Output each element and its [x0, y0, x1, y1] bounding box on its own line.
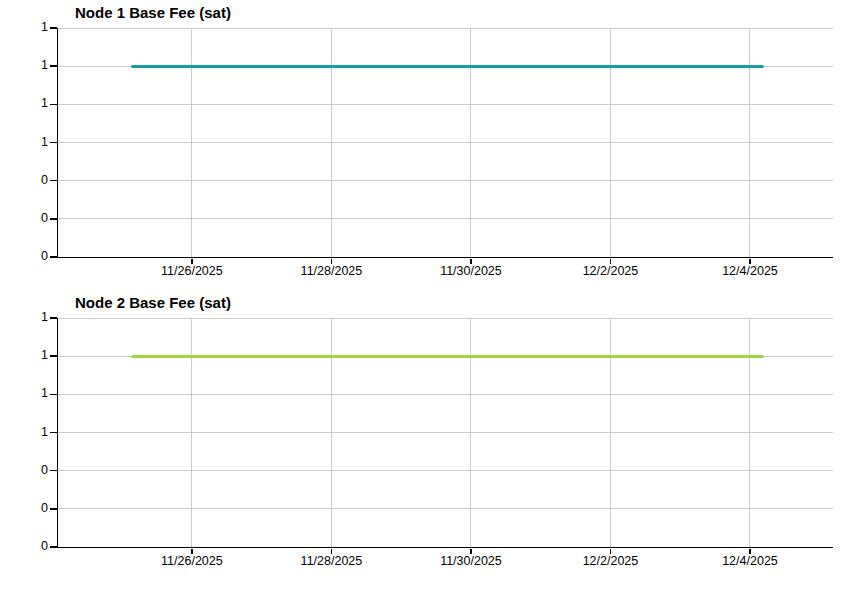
y-tick-mark	[50, 104, 57, 106]
y-tick-mark	[50, 27, 57, 29]
x-gridline	[191, 318, 192, 547]
y-tick-mark	[50, 432, 57, 434]
chart-node-2-base-fee: Node 2 Base Fee (sat) 111100011/26/20251…	[0, 290, 860, 575]
y-tick-label: 1	[8, 386, 48, 401]
y-gridline	[58, 470, 833, 471]
x-gridline	[470, 318, 471, 547]
x-gridline	[749, 28, 750, 257]
y-gridline	[58, 104, 833, 105]
y-tick-label: 0	[8, 211, 48, 226]
y-tick-label: 0	[8, 173, 48, 188]
y-tick-label: 0	[8, 539, 48, 554]
y-tick-label: 0	[8, 463, 48, 478]
y-gridline	[58, 547, 833, 548]
y-tick-mark	[50, 317, 57, 319]
y-tick-label: 0	[8, 501, 48, 516]
x-tick-label: 12/4/2025	[700, 554, 800, 569]
y-tick-mark	[50, 355, 57, 357]
x-gridline	[749, 318, 750, 547]
x-tick-mark	[610, 549, 612, 554]
x-tick-mark	[191, 259, 193, 264]
y-gridline	[58, 318, 833, 319]
y-gridline	[58, 432, 833, 433]
x-tick-mark	[331, 259, 333, 264]
x-tick-label: 12/2/2025	[560, 264, 660, 279]
x-gridline	[610, 318, 611, 547]
x-tick-mark	[749, 549, 751, 554]
y-tick-mark	[50, 218, 57, 220]
y-tick-label: 1	[8, 348, 48, 363]
y-tick-mark	[50, 394, 57, 396]
chart-title: Node 1 Base Fee (sat)	[75, 4, 231, 21]
series-line-node-2-base-fee	[131, 355, 764, 358]
y-gridline	[58, 142, 833, 143]
y-tick-mark	[50, 256, 57, 258]
y-tick-label: 1	[8, 425, 48, 440]
y-tick-mark	[50, 470, 57, 472]
chart-node-1-base-fee: Node 1 Base Fee (sat) 111100011/26/20251…	[0, 0, 860, 285]
plot-area-axes	[57, 318, 833, 548]
y-gridline	[58, 508, 833, 509]
x-tick-mark	[191, 549, 193, 554]
x-tick-label: 12/4/2025	[700, 264, 800, 279]
y-tick-label: 1	[8, 96, 48, 111]
chart-title: Node 2 Base Fee (sat)	[75, 294, 231, 311]
x-gridline	[610, 28, 611, 257]
x-tick-label: 11/28/2025	[281, 264, 381, 279]
y-tick-label: 1	[8, 135, 48, 150]
x-tick-label: 11/30/2025	[421, 554, 521, 569]
y-tick-mark	[50, 508, 57, 510]
x-tick-label: 12/2/2025	[560, 554, 660, 569]
y-tick-mark	[50, 65, 57, 67]
y-tick-mark	[50, 546, 57, 548]
y-gridline	[58, 180, 833, 181]
x-tick-label: 11/26/2025	[142, 554, 242, 569]
y-gridline	[58, 257, 833, 258]
x-tick-mark	[749, 259, 751, 264]
y-tick-mark	[50, 142, 57, 144]
y-tick-label: 1	[8, 58, 48, 73]
y-gridline	[58, 28, 833, 29]
y-tick-label: 1	[8, 20, 48, 35]
y-tick-mark	[50, 180, 57, 182]
x-tick-label: 11/26/2025	[142, 264, 242, 279]
x-tick-mark	[470, 259, 472, 264]
y-gridline	[58, 218, 833, 219]
x-tick-mark	[331, 549, 333, 554]
x-gridline	[331, 28, 332, 257]
y-tick-label: 0	[8, 249, 48, 264]
x-gridline	[470, 28, 471, 257]
series-line-node-1-base-fee	[131, 65, 764, 68]
plot-area-axes	[57, 28, 833, 258]
y-tick-label: 1	[8, 310, 48, 325]
x-tick-label: 11/30/2025	[421, 264, 521, 279]
x-tick-mark	[610, 259, 612, 264]
y-gridline	[58, 394, 833, 395]
x-gridline	[331, 318, 332, 547]
x-gridline	[191, 28, 192, 257]
x-tick-label: 11/28/2025	[281, 554, 381, 569]
x-tick-mark	[470, 549, 472, 554]
